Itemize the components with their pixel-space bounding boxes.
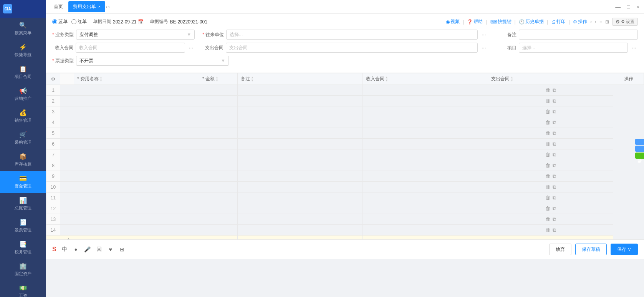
expense-contract-4[interactable] bbox=[363, 117, 488, 128]
copy-icon-6[interactable]: ⧉ bbox=[553, 141, 556, 147]
expense-contract-11[interactable] bbox=[363, 192, 488, 203]
expense-name-3[interactable] bbox=[60, 106, 74, 117]
biz-type-select[interactable]: 应付调整 ▼ bbox=[76, 30, 195, 40]
expense-name-1[interactable] bbox=[60, 85, 74, 96]
blue-radio[interactable]: 蓝单 bbox=[52, 18, 68, 25]
note-input[interactable] bbox=[519, 30, 638, 40]
note-11[interactable] bbox=[199, 192, 238, 203]
favorite-icon[interactable]: ♥ bbox=[106, 245, 115, 254]
expense-name-7[interactable] bbox=[60, 149, 74, 160]
grid-icon[interactable]: ⊞ bbox=[118, 245, 126, 254]
tab-close-icon[interactable]: × bbox=[98, 5, 101, 9]
income-contract-6[interactable] bbox=[238, 139, 363, 149]
amount-7[interactable] bbox=[74, 149, 199, 160]
copy-icon-4[interactable]: ⧉ bbox=[553, 119, 556, 126]
print-btn[interactable]: 🖨 打印 bbox=[551, 18, 566, 25]
save-draft-button[interactable]: 保存草稿 bbox=[575, 244, 607, 255]
copy-icon-12[interactable]: ⧉ bbox=[553, 206, 556, 212]
expense-name-2[interactable] bbox=[60, 96, 74, 106]
delete-icon-7[interactable]: 🗑 bbox=[545, 152, 550, 158]
project-more-icon[interactable]: ··· bbox=[630, 45, 638, 51]
note-12[interactable] bbox=[199, 203, 238, 214]
sidebar-item-search[interactable]: 🔍 搜索菜单 bbox=[0, 18, 46, 40]
hotkey-btn[interactable]: ⌨ 快捷键 bbox=[490, 18, 512, 25]
note-8[interactable] bbox=[199, 160, 238, 171]
amount-3[interactable] bbox=[74, 106, 199, 117]
copy-icon-11[interactable]: ⧉ bbox=[553, 195, 556, 201]
expense-name-14[interactable] bbox=[60, 225, 74, 236]
sidebar-item-salary[interactable]: 💵 工资 bbox=[0, 280, 46, 297]
income-contract-12[interactable] bbox=[238, 203, 363, 214]
col-expense-name[interactable]: * 费用名称 ▲▼ bbox=[74, 73, 199, 85]
expense-contract-2[interactable] bbox=[363, 96, 488, 106]
income-contract-4[interactable] bbox=[238, 117, 363, 128]
expense-name-4[interactable] bbox=[60, 117, 74, 128]
income-contract-8[interactable] bbox=[238, 160, 363, 171]
save-button[interactable]: 保存 ∨ bbox=[611, 244, 638, 255]
amount-14[interactable] bbox=[74, 225, 199, 236]
expense-name-11[interactable] bbox=[60, 192, 74, 203]
col-expense-contract[interactable]: 支出合同 ▲▼ bbox=[488, 73, 613, 85]
nav-prev-btn[interactable]: ‹ bbox=[590, 19, 592, 25]
expense-contract-1[interactable] bbox=[363, 85, 488, 96]
project-input[interactable]: 选择... bbox=[519, 43, 628, 53]
expense-name-9[interactable] bbox=[60, 171, 74, 182]
right-tab-help[interactable]: 帮助 bbox=[635, 153, 644, 159]
expense-contract-8[interactable] bbox=[363, 160, 488, 171]
expense-name-6[interactable] bbox=[60, 139, 74, 149]
sidebar-item-accounting[interactable]: 📊 总账管理 bbox=[0, 193, 46, 215]
delete-icon-2[interactable]: 🗑 bbox=[545, 98, 550, 104]
expense-contract-13[interactable] bbox=[363, 214, 488, 225]
expense-contract-more-icon[interactable]: ··· bbox=[480, 45, 488, 51]
video-btn[interactable]: ◉ 视频 bbox=[446, 18, 460, 25]
delete-icon-5[interactable]: 🗑 bbox=[545, 130, 550, 136]
expense-contract-10[interactable] bbox=[363, 182, 488, 192]
sidebar-item-project[interactable]: 📋 项目合同 bbox=[0, 61, 46, 83]
expense-contract-5[interactable] bbox=[363, 128, 488, 139]
nav-next-btn[interactable]: › bbox=[595, 19, 596, 25]
income-contract-more-icon[interactable]: ··· bbox=[187, 45, 195, 51]
help-btn[interactable]: ❓ 帮助 bbox=[467, 18, 483, 25]
income-contract-1[interactable] bbox=[238, 85, 363, 96]
amount-11[interactable] bbox=[74, 192, 199, 203]
income-contract-5[interactable] bbox=[238, 128, 363, 139]
expense-contract-3[interactable] bbox=[363, 106, 488, 117]
income-contract-13[interactable] bbox=[238, 214, 363, 225]
amount-9[interactable] bbox=[74, 171, 199, 182]
tab-expense[interactable]: 费用支出单 × bbox=[68, 1, 105, 12]
sidebar-item-tax[interactable]: 📑 税务管理 bbox=[0, 237, 46, 259]
list-view-icon[interactable]: ≡ bbox=[599, 19, 602, 25]
note-4[interactable] bbox=[199, 117, 238, 128]
expense-name-13[interactable] bbox=[60, 214, 74, 225]
income-contract-10[interactable] bbox=[238, 182, 363, 192]
amount-10[interactable] bbox=[74, 182, 199, 192]
expense-contract-9[interactable] bbox=[363, 171, 488, 182]
delete-icon-6[interactable]: 🗑 bbox=[545, 141, 550, 147]
tab-home[interactable]: 首页 bbox=[49, 1, 68, 12]
income-contract-3[interactable] bbox=[238, 106, 363, 117]
partner-more-icon[interactable]: ··· bbox=[480, 32, 488, 38]
sidebar-item-marketing[interactable]: 📢 营销推广 bbox=[0, 83, 46, 105]
red-radio[interactable]: 红单 bbox=[71, 18, 87, 25]
amount-1[interactable] bbox=[74, 85, 199, 96]
col-settings[interactable]: ⚙ bbox=[46, 73, 60, 85]
sidebar-item-quicknav[interactable]: ⚡ 快捷导航 bbox=[0, 40, 46, 61]
copy-icon-2[interactable]: ⧉ bbox=[553, 98, 556, 104]
expense-contract-14[interactable] bbox=[363, 225, 488, 236]
note-5[interactable] bbox=[199, 128, 238, 139]
history-btn[interactable]: 🕐 历史单据 bbox=[519, 18, 544, 25]
grid-view-icon[interactable]: ⊞ bbox=[605, 19, 609, 25]
copy-icon-3[interactable]: ⧉ bbox=[553, 109, 556, 115]
amount-2[interactable] bbox=[74, 96, 199, 106]
expense-contract-7[interactable] bbox=[363, 149, 488, 160]
copy-icon-8[interactable]: ⧉ bbox=[553, 163, 556, 169]
diamond-icon[interactable]: ♦ bbox=[72, 245, 80, 254]
expense-contract-12[interactable] bbox=[363, 203, 488, 214]
col-note[interactable]: 备注 ▲▼ bbox=[238, 73, 363, 85]
amount-5[interactable] bbox=[74, 128, 199, 139]
copy-icon-14[interactable]: ⧉ bbox=[553, 227, 556, 233]
nav-next-icon[interactable]: › bbox=[108, 4, 110, 10]
amount-8[interactable] bbox=[74, 160, 199, 171]
copy-icon-13[interactable]: ⧉ bbox=[553, 216, 556, 222]
delete-icon-8[interactable]: 🗑 bbox=[545, 163, 550, 169]
